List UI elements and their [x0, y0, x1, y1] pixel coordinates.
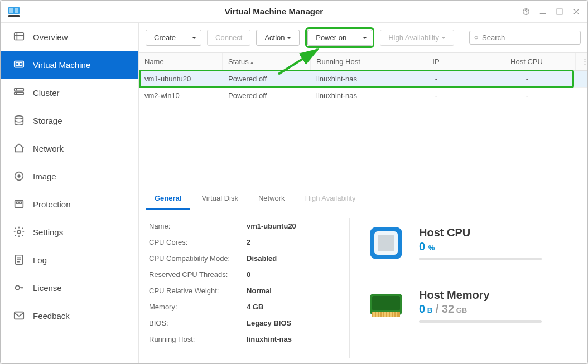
sidebar-item-log[interactable]: Log	[1, 246, 138, 274]
overview-icon	[13, 31, 25, 43]
sidebar-item-settings[interactable]: Settings	[1, 218, 138, 246]
svg-point-15	[16, 93, 17, 94]
host-memory-gauge: Host Memory 0 B / 32 GB	[367, 286, 567, 325]
sidebar-item-license[interactable]: License	[1, 274, 138, 302]
search-input[interactable]	[469, 31, 581, 45]
detail-properties: Name:vm1-ubuntu20 CPU Cores:2 CPU Compat…	[149, 218, 350, 358]
svg-rect-38	[387, 312, 389, 317]
vm-table: Name Status Running Host IP Host CPU ⋮ v…	[139, 53, 587, 104]
create-button[interactable]: Create	[146, 30, 201, 46]
sidebar-item-label: Image	[33, 172, 56, 181]
help-icon[interactable]	[522, 7, 531, 16]
svg-rect-19	[15, 201, 23, 208]
svg-rect-6	[540, 13, 546, 14]
svg-rect-8	[15, 33, 24, 40]
network-icon	[13, 142, 25, 154]
tab-general[interactable]: General	[146, 188, 190, 210]
sidebar-item-label: Network	[33, 144, 64, 153]
svg-point-24	[16, 285, 20, 289]
host-cpu-gauge: Host CPU 0 %	[367, 224, 567, 263]
svg-rect-39	[390, 312, 392, 317]
chevron-down-icon	[287, 33, 291, 42]
sidebar-item-protection[interactable]: Protection	[1, 190, 138, 218]
sidebar-item-label: Storage	[33, 116, 62, 125]
sidebar-item-virtual-machine[interactable]: Virtual Machine	[1, 51, 138, 79]
cpu-icon	[367, 224, 406, 263]
minimize-icon[interactable]	[538, 7, 547, 16]
svg-rect-7	[557, 9, 562, 14]
annotation-highlight: Power on	[305, 27, 374, 48]
svg-rect-37	[384, 312, 386, 317]
col-host[interactable]: Running Host	[311, 53, 394, 70]
col-status[interactable]: Status	[223, 53, 311, 70]
sidebar-item-network[interactable]: Network	[1, 134, 138, 162]
sidebar-item-cluster[interactable]: Cluster	[1, 79, 138, 106]
high-availability-button[interactable]: High Availability	[380, 30, 454, 46]
sidebar-item-feedback[interactable]: Feedback	[1, 302, 138, 329]
tab-high-availability: High Availability	[296, 188, 365, 210]
svg-point-5	[526, 13, 526, 13]
image-icon	[13, 170, 25, 182]
svg-rect-11	[20, 62, 22, 66]
license-icon	[13, 282, 25, 294]
svg-rect-31	[372, 296, 400, 310]
svg-rect-21	[20, 202, 22, 203]
sidebar-item-image[interactable]: Image	[1, 162, 138, 190]
gauge-title: Host Memory	[419, 289, 542, 302]
power-on-button[interactable]: Power on	[307, 30, 372, 46]
vm-icon	[13, 59, 25, 71]
cluster-icon	[13, 86, 25, 99]
svg-rect-2	[15, 8, 18, 13]
svg-rect-10	[16, 62, 19, 66]
chevron-down-icon[interactable]	[187, 30, 201, 45]
col-menu-icon[interactable]: ⋮	[576, 53, 587, 70]
col-ip[interactable]: IP	[394, 53, 478, 70]
svg-rect-34	[376, 312, 378, 317]
sidebar-item-label: Overview	[33, 32, 68, 42]
tab-network[interactable]: Network	[249, 188, 294, 210]
gauge-title: Host CPU	[419, 226, 542, 239]
svg-rect-20	[16, 202, 18, 203]
storage-icon	[13, 114, 25, 127]
maximize-icon[interactable]	[555, 7, 564, 16]
svg-rect-1	[9, 8, 13, 13]
sidebar-item-label: Protection	[33, 200, 71, 209]
protection-icon	[13, 198, 25, 210]
svg-point-16	[15, 116, 23, 119]
window-title: Virtual Machine Manager	[26, 7, 522, 16]
sidebar-item-label: Cluster	[33, 88, 60, 98]
svg-rect-36	[382, 312, 383, 317]
svg-rect-35	[379, 312, 380, 317]
close-icon[interactable]	[572, 7, 581, 16]
svg-point-22	[17, 230, 21, 234]
sidebar-item-label: Settings	[33, 227, 63, 237]
svg-rect-29	[378, 235, 394, 251]
memory-icon	[367, 286, 406, 325]
table-row[interactable]: vm1-ubuntu20 Powered off linuxhint-nas -…	[139, 71, 587, 88]
svg-rect-40	[393, 312, 394, 317]
svg-rect-33	[373, 312, 375, 317]
table-row[interactable]: vm2-win10 Powered off linuxhint-nas - -	[139, 88, 587, 104]
sidebar-item-label: Log	[33, 255, 47, 265]
col-name[interactable]: Name	[139, 53, 223, 70]
chevron-down-icon[interactable]	[358, 30, 372, 45]
progress-bar	[419, 320, 542, 323]
connect-button[interactable]: Connect	[207, 30, 250, 46]
svg-point-14	[16, 89, 17, 90]
sidebar-item-storage[interactable]: Storage	[1, 106, 138, 134]
gear-icon	[13, 226, 25, 238]
svg-point-18	[18, 175, 20, 177]
sidebar-item-label: License	[33, 283, 62, 293]
svg-point-26	[475, 36, 478, 39]
sidebar-item-label: Virtual Machine	[33, 60, 90, 70]
progress-bar	[419, 258, 542, 260]
sidebar-item-overview[interactable]: Overview	[1, 23, 138, 51]
app-icon	[7, 5, 21, 18]
feedback-icon	[13, 309, 25, 322]
col-cpu[interactable]: Host CPU	[478, 53, 576, 70]
chevron-down-icon	[441, 33, 446, 42]
action-button[interactable]: Action	[256, 30, 300, 46]
tab-virtual-disk[interactable]: Virtual Disk	[192, 188, 247, 210]
svg-rect-3	[8, 15, 20, 17]
sidebar-item-label: Feedback	[33, 311, 70, 321]
